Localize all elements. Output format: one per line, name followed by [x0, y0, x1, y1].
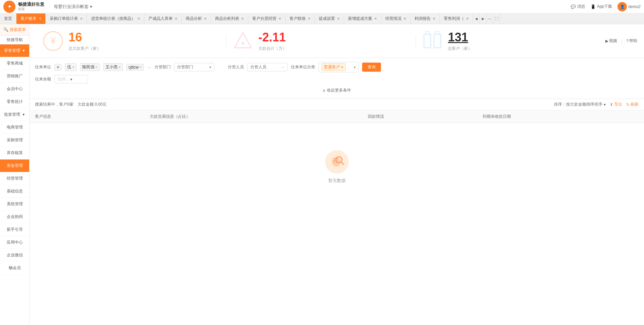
- tab-customer-contact-close[interactable]: ✕: [308, 17, 310, 21]
- tab-add-commission-close[interactable]: ✕: [374, 17, 377, 21]
- sidebar-item-retail-mall[interactable]: 零售商城: [0, 57, 29, 70]
- tab-goods-in-close[interactable]: ✕: [137, 17, 140, 21]
- unit-type-tag-close[interactable]: ×: [341, 65, 343, 70]
- tab-maximize-btn[interactable]: ⛶: [493, 13, 500, 24]
- tab-add-commission-label: 新增提成方案: [348, 16, 372, 22]
- sidebar-item-changhui[interactable]: 畅会员: [0, 262, 29, 275]
- video-btn[interactable]: ▶ 视频: [605, 38, 617, 44]
- sidebar-item-basics[interactable]: 基础信息: [0, 185, 29, 198]
- video-label: 视频: [609, 38, 617, 44]
- tab-production-close[interactable]: ✕: [175, 17, 177, 21]
- tab-retail-profit-close[interactable]: ✕: [466, 17, 469, 21]
- tab-customer-stratify[interactable]: 客户分层经营 ✕: [248, 13, 286, 24]
- tab-operations[interactable]: 经营情况 ✕: [381, 13, 411, 24]
- tab-commission-settings[interactable]: 提成设置 ✕: [315, 13, 344, 24]
- sidebar-item-finance[interactable]: 资金管理: [0, 159, 29, 172]
- tab-profit-report-close[interactable]: ✕: [433, 17, 435, 21]
- sidebar-item-apps[interactable]: 应用中心: [0, 236, 29, 249]
- unit-type-arrow: ▾: [354, 65, 356, 70]
- tab-home-label: 首页: [4, 16, 12, 22]
- svg-rect-13: [332, 162, 336, 162]
- dept-select[interactable]: 分管部门 ▾: [174, 63, 214, 71]
- tab-goods-in[interactable]: 进货单统计表（按商品） ✕: [87, 13, 144, 24]
- balance-label: 往来余额: [35, 76, 51, 82]
- svg-line-10: [341, 162, 344, 165]
- message-btn[interactable]: 💬 消息: [571, 4, 585, 9]
- tab-minimize-btn[interactable]: —: [486, 13, 493, 24]
- tab-customer-contact[interactable]: 客户联络 ✕: [286, 13, 315, 24]
- dept-clear[interactable]: ···: [218, 65, 224, 70]
- sidebar-item-enterprise[interactable]: 企业协同: [0, 211, 29, 223]
- tab-retail-profit[interactable]: 零售利润（ ✕: [440, 13, 473, 24]
- tab-profit-report[interactable]: 利润报告 ✕: [411, 13, 440, 24]
- filter-tag-chen: 陈民强 ×: [80, 63, 100, 71]
- sidebar-item-system[interactable]: 系统管理: [0, 198, 29, 211]
- export-icon: ⬆: [610, 102, 613, 107]
- tab-customer-stratify-close[interactable]: ✕: [278, 17, 281, 21]
- query-btn[interactable]: 查询: [362, 63, 381, 72]
- balance-input[interactable]: 选择... ▾: [54, 75, 88, 83]
- sidebar-item-retail-stats[interactable]: 零售统计: [0, 96, 29, 108]
- avatar: 👤: [617, 2, 627, 11]
- sidebar-item-wechat[interactable]: 企业微信: [0, 249, 29, 262]
- dept-placeholder: 分管部门: [177, 64, 193, 70]
- chevron-down-icon: ▾: [90, 4, 92, 9]
- sidebar-item-inventory[interactable]: 库存核算: [0, 147, 29, 159]
- tab-prev-btn[interactable]: ◀: [473, 13, 480, 24]
- sidebar-item-ecommerce[interactable]: 电商管理: [0, 121, 29, 134]
- person-select[interactable]: 分管人员 ···: [247, 63, 288, 71]
- sidebar-item-member[interactable]: 会员中心: [0, 83, 29, 96]
- tab-product-analysis[interactable]: 商品分析 ✕: [182, 13, 211, 24]
- store-selector[interactable]: 母婴行业演示帐套 ▾: [54, 4, 92, 10]
- filter-row-2: 往来余额 选择... ▾: [35, 75, 639, 83]
- tab-operations-close[interactable]: ✕: [403, 17, 406, 21]
- help-btn[interactable]: ? 帮助: [626, 38, 637, 44]
- unit-type-select[interactable]: 普通客户 × ▾: [318, 62, 359, 72]
- tab-next-btn[interactable]: ▶: [480, 13, 486, 24]
- user-avatar-btn[interactable]: 👤 demo2: [617, 2, 641, 11]
- sidebar-item-purchase[interactable]: 采购管理: [0, 134, 29, 147]
- filter-tag-chen-close[interactable]: ×: [95, 65, 97, 69]
- tab-home[interactable]: 首页: [0, 13, 16, 24]
- unit-type-label: 往来单位分类: [291, 64, 315, 70]
- dept-label: 分管部门: [155, 64, 171, 70]
- sidebar-item-marketing[interactable]: 营销推广: [0, 70, 29, 83]
- sidebar-item-retail[interactable]: 零售管理 ▼: [0, 44, 29, 57]
- sidebar-item-guide[interactable]: 新手引导: [0, 223, 29, 236]
- balance-placeholder: 选择...: [57, 76, 69, 82]
- tab-purchase-order-label: 采购订单统计表: [50, 16, 78, 22]
- sort-select[interactable]: 排序：按欠款金额倒序排序 ▾: [554, 102, 606, 107]
- tab-add-commission[interactable]: 新增提成方案 ✕: [344, 13, 381, 24]
- tab-product-list[interactable]: 商品分析列表 ✕: [211, 13, 248, 24]
- tab-product-analysis-close[interactable]: ✕: [204, 17, 207, 21]
- empty-svg: [327, 152, 347, 172]
- tab-commission-settings-close[interactable]: ✕: [337, 17, 340, 21]
- logo-line1: 畅捷通好生意: [18, 2, 44, 7]
- tab-production[interactable]: 产成品入库单 ✕: [144, 13, 182, 24]
- logo-area: ✦ 畅捷通好生意 标版 母婴行业演示帐套 ▾: [3, 1, 92, 13]
- sidebar-quick-nav[interactable]: 快捷导航: [0, 36, 29, 44]
- tab-product-list-close[interactable]: ✕: [241, 17, 244, 21]
- filter-tag-cjttcw-close[interactable]: ×: [140, 65, 142, 69]
- sidebar-quick-nav-label: 快捷导航: [7, 37, 23, 42]
- sidebar-basics-label: 基础信息: [7, 189, 23, 193]
- filter-area: 往来单位 × 伍 × 陈民强 × 王小亮 × cjttcw: [30, 58, 644, 99]
- sidebar-search[interactable]: 🔍 搜索菜单: [0, 24, 29, 36]
- tab-customer-ledger-close[interactable]: ✕: [39, 17, 41, 21]
- filter-tag-wang-close[interactable]: ×: [119, 65, 121, 69]
- tab-purchase-order[interactable]: 采购订单统计表 ✕: [46, 13, 87, 24]
- sidebar-item-operations[interactable]: 经营管理: [0, 172, 29, 185]
- export-btn[interactable]: ⬆ 导出: [610, 102, 622, 107]
- export-label: 导出: [614, 102, 622, 107]
- svg-text:✦: ✦: [240, 40, 246, 47]
- tab-purchase-order-close[interactable]: ✕: [80, 17, 83, 21]
- sidebar-item-wholesale[interactable]: 批发管理 ▼: [0, 108, 29, 121]
- app-download-btn[interactable]: 📱 App下载: [591, 4, 612, 9]
- filter-tag-wu-close[interactable]: ×: [72, 65, 74, 69]
- refresh-btn[interactable]: ↻ 刷新: [626, 102, 639, 107]
- filter-more-tags[interactable]: ···: [147, 65, 151, 70]
- svg-rect-5: [434, 34, 441, 48]
- collapse-btn[interactable]: ∧ 收起更多条件: [318, 86, 355, 95]
- tab-customer-ledger[interactable]: 客户账本 ✕: [16, 13, 46, 24]
- unit-type-tag: 普通客户 ×: [321, 63, 346, 71]
